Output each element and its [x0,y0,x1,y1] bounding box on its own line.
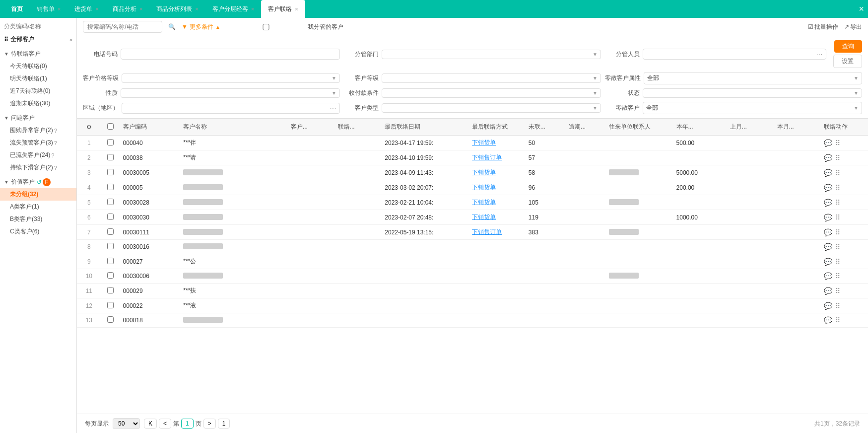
chat-icon[interactable]: 💬 [824,154,832,162]
row-checkbox[interactable] [107,228,114,235]
my-customers-check[interactable] [226,24,306,30]
row-checkbox[interactable] [107,199,114,205]
chat-icon[interactable]: 💬 [824,214,832,221]
chat-icon[interactable]: 💬 [824,243,832,251]
group-pending-title[interactable]: ▼ 待联络客户 [0,48,76,60]
last-page-btn[interactable]: 1 [218,419,230,429]
group-value-title[interactable]: ▼ 价值客户 ↺ F [0,176,76,188]
first-page-btn[interactable]: K [144,419,157,429]
col-header-this-month[interactable]: 本月... [774,119,821,136]
filter-dept-select[interactable]: ▼ [382,50,601,59]
next-page-btn[interactable]: > [203,419,216,429]
last-method-link[interactable]: 下销售订单 [472,154,502,161]
filter-payment-select[interactable]: ▼ [382,88,601,98]
gear-icon[interactable]: ⚙ [86,124,92,131]
col-header-code[interactable]: 客户编码 [120,119,181,136]
last-method-link[interactable]: 下销货单 [472,139,496,146]
col-header-type[interactable]: 客户... [288,119,335,136]
filter-price-grade-select[interactable]: ▼ [122,73,340,83]
chat-icon[interactable]: 💬 [824,169,832,177]
row-checkbox[interactable] [107,139,114,145]
close-icon[interactable]: × [295,6,298,12]
sidebar-item-declining[interactable]: 持续下滑客户(2) ? [0,161,76,174]
sidebar-item-class-c[interactable]: C类客户(6) [0,225,76,238]
sidebar-item-abnormal[interactable]: 囤购异常客户(2) ? [0,124,76,137]
row-checkbox[interactable] [107,184,114,190]
chat-icon[interactable]: 💬 [824,272,832,280]
col-header-year-amount[interactable]: 本年... [673,119,727,136]
row-checkbox[interactable] [107,302,114,308]
batch-operate-btn[interactable]: ☑ 批量操作 [808,23,838,31]
grid-icon[interactable]: ⠿ [835,184,840,192]
close-icon[interactable]: × [195,6,198,12]
filter-status-select[interactable]: ▼ [643,88,862,98]
grid-icon[interactable]: ⠿ [835,169,840,177]
filter-retail-attr-select[interactable]: 全部 ▼ [644,72,862,84]
grid-icon[interactable]: ⠿ [835,258,840,266]
my-customers-checkbox[interactable]: 我分管的客户 [226,23,343,31]
select-all-checkbox[interactable] [107,123,114,130]
search-input[interactable] [83,21,162,33]
col-header-overdue[interactable]: 逾期... [566,119,606,136]
sidebar-item-class-a[interactable]: A类客户(1) [0,201,76,213]
group-problem-title[interactable]: ▼ 问题客户 [0,112,76,124]
last-method-link[interactable]: 下销售订单 [472,228,502,235]
chat-icon[interactable]: 💬 [824,287,832,295]
filter-retail-cust-select[interactable]: 全部 ▼ [643,102,862,114]
col-header-last-method[interactable]: 最后联络方式 [469,119,526,136]
grid-icon[interactable]: ⠿ [835,287,840,295]
export-btn[interactable]: ↗ 导出 [844,23,862,31]
filter-region-select[interactable]: ··· [122,103,340,114]
last-method-link[interactable]: 下销货单 [472,199,496,206]
reset-button[interactable]: 设置 [833,55,862,68]
sidebar-item-today[interactable]: 今天待联络(0) [0,60,76,72]
grid-icon[interactable]: ⠿ [835,214,840,221]
query-button[interactable]: 查询 [834,40,862,53]
chat-icon[interactable]: 💬 [824,302,832,310]
col-header-uncontact[interactable]: 未联... [526,119,566,136]
chat-icon[interactable]: 💬 [824,199,832,207]
sidebar-item-churned[interactable]: 已流失客户(24) ? [0,149,76,161]
row-checkbox[interactable] [107,258,114,264]
sidebar-item-overdue[interactable]: 逾期未联络(30) [0,97,76,110]
close-icon[interactable]: × [139,6,142,12]
filter-nature-select[interactable]: ▼ [121,88,340,98]
grid-icon[interactable]: ⠿ [835,139,840,147]
row-checkbox[interactable] [107,272,114,279]
row-checkbox[interactable] [107,214,114,220]
filter-cust-grade-select[interactable]: ▼ [382,73,601,83]
sidebar-item-class-b[interactable]: B类客户(33) [0,213,76,225]
nav-salesorder[interactable]: 销售单 × [30,0,67,18]
col-header-contact[interactable]: 联络... [335,119,382,136]
row-checkbox[interactable] [107,243,114,249]
nav-product-analysis[interactable]: 商品分析 × [106,0,149,18]
row-checkbox[interactable] [107,316,114,323]
page-size-select[interactable]: 50 100 200 [113,418,140,429]
nav-purchase[interactable]: 进货单 × [67,0,105,18]
row-checkbox[interactable] [107,287,114,293]
sidebar-item-churn-warning[interactable]: 流失预警客户(3) ? [0,137,76,149]
col-header-unit-contact[interactable]: 往来单位联系人 [606,119,673,136]
col-header-last-month[interactable]: 上月... [727,119,774,136]
filter-phone-input[interactable] [121,49,340,60]
collapse-icon[interactable]: « [69,37,72,43]
prev-page-btn[interactable]: < [159,419,171,429]
nav-customer-contact[interactable]: 客户联络 × [261,0,305,18]
col-header-last-date[interactable]: 最后联络日期 [382,119,469,136]
window-close-icon[interactable]: × [859,4,864,14]
grid-icon[interactable]: ⠿ [835,154,840,162]
grid-icon[interactable]: ⠿ [835,199,840,207]
grid-icon[interactable]: ⠿ [835,272,840,280]
filter-cust-type-select[interactable]: ▼ [382,103,601,113]
close-icon[interactable]: × [251,6,254,12]
last-method-link[interactable]: 下销货单 [472,169,496,176]
sidebar-item-7days[interactable]: 近7天待联络(0) [0,85,76,97]
sidebar-item-ungrouped[interactable]: 未分组(32) [0,188,76,201]
sidebar-item-tomorrow[interactable]: 明天待联络(1) [0,72,76,85]
chat-icon[interactable]: 💬 [824,228,832,236]
row-checkbox[interactable] [107,154,114,160]
chat-icon[interactable]: 💬 [824,139,832,147]
chat-icon[interactable]: 💬 [824,184,832,192]
all-customers-item[interactable]: ⠿ 全部客户 « [0,32,76,47]
chat-icon[interactable]: 💬 [824,258,832,266]
